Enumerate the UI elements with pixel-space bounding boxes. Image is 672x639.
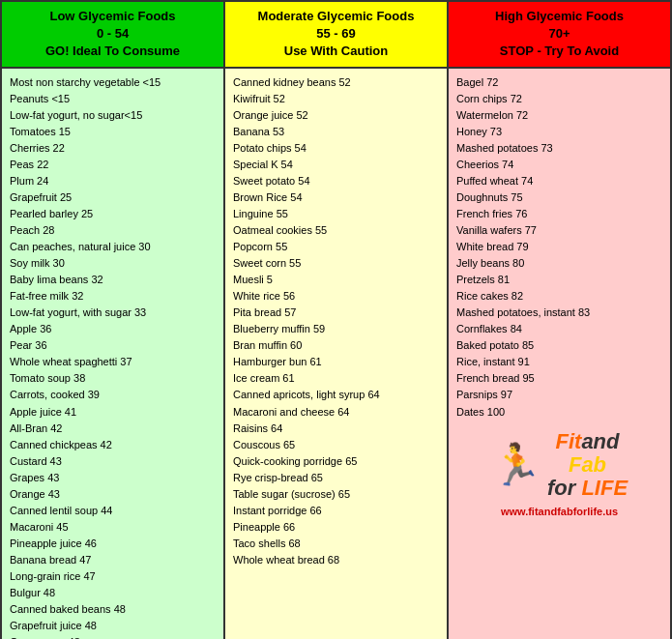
list-item: Special K 54	[233, 157, 439, 173]
list-item: Kiwifruit 52	[233, 91, 439, 107]
list-item: Pretzels 81	[456, 272, 662, 288]
list-item: Potato chips 54	[233, 140, 439, 157]
list-item: Instant porridge 66	[233, 503, 439, 519]
list-item: Baby lima beans 32	[10, 272, 216, 288]
list-item: Table sugar (sucrose) 65	[233, 486, 439, 503]
list-item: Most non starchy vegetable <15	[10, 74, 216, 91]
list-item: Custard 43	[10, 453, 216, 470]
list-item: Pearled barley 25	[10, 206, 216, 222]
list-item: Banana 53	[233, 124, 439, 140]
list-item: Can peaches, natural juice 30	[10, 239, 216, 255]
list-item: Cheerios 74	[456, 157, 662, 173]
list-item: Macaroni 45	[10, 519, 216, 536]
table-header: Low Glycemic Foods 0 - 54 GO! Ideal To C…	[2, 2, 670, 67]
high-subtitle: STOP - Try To Avoid	[500, 44, 619, 58]
list-item: Peanuts <15	[10, 91, 216, 107]
list-item: Corn chips 72	[456, 91, 662, 107]
list-item: Dates 100	[456, 404, 662, 421]
list-item: French fries 76	[456, 206, 662, 222]
glycemic-table: Low Glycemic Foods 0 - 54 GO! Ideal To C…	[0, 0, 672, 639]
website-url: www.fitandfabforlife.us	[501, 504, 618, 521]
list-item: Pineapple 66	[233, 519, 439, 536]
list-item: Parsnips 97	[456, 387, 662, 403]
high-header: High Glycemic Foods 70+ STOP - Try To Av…	[449, 2, 670, 67]
list-item: Plum 24	[10, 173, 216, 189]
list-item: Baked potato 85	[456, 337, 662, 354]
high-range: 70+	[548, 26, 570, 41]
moderate-title: Moderate Glycemic Foods	[258, 9, 415, 23]
list-item: Pineapple juice 46	[10, 536, 216, 552]
list-item: Oatmeal cookies 55	[233, 222, 439, 239]
list-item: White bread 79	[456, 239, 662, 255]
list-item: Banana bread 47	[10, 552, 216, 568]
low-title: Low Glycemic Foods	[49, 9, 175, 23]
list-item: Long-grain rice 47	[10, 568, 216, 585]
list-item: Vanilla wafers 77	[456, 222, 662, 239]
list-item: Grapefruit 25	[10, 189, 216, 206]
list-item: Tomato soup 38	[10, 370, 216, 387]
list-item: Apple 36	[10, 321, 216, 337]
list-item: Ice cream 61	[233, 370, 439, 387]
list-item: Canned apricots, light syrup 64	[233, 387, 439, 403]
list-item: Fat-free milk 32	[10, 288, 216, 305]
list-item: Whole wheat bread 68	[233, 552, 439, 568]
list-item: Popcorn 55	[233, 239, 439, 255]
list-item: Grapefruit juice 48	[10, 618, 216, 634]
list-item: All-Bran 42	[10, 421, 216, 437]
list-item: Honey 73	[456, 124, 662, 140]
list-item: Couscous 65	[233, 437, 439, 453]
low-range: 0 - 54	[97, 26, 129, 41]
list-item: Tomatoes 15	[10, 124, 216, 140]
list-item: Low-fat yogurt, with sugar 33	[10, 305, 216, 321]
list-item: Rye crisp-bread 65	[233, 470, 439, 486]
list-item: Bran muffin 60	[233, 337, 439, 354]
list-item: Blueberry muffin 59	[233, 321, 439, 337]
list-item: Sweet potato 54	[233, 173, 439, 189]
list-item: Hamburger bun 61	[233, 354, 439, 370]
low-foods-cell: Most non starchy vegetable <15Peanuts <1…	[2, 69, 225, 639]
list-item: Pita bread 57	[233, 305, 439, 321]
table-content: Most non starchy vegetable <15Peanuts <1…	[2, 67, 670, 639]
list-item: Peach 28	[10, 222, 216, 239]
list-item: Linguine 55	[233, 206, 439, 222]
moderate-foods-cell: Canned kidney beans 52Kiwifruit 52Orange…	[225, 69, 449, 639]
list-item: Orange 43	[10, 486, 216, 503]
list-item: Bagel 72	[456, 74, 662, 91]
logo-figure: 🏃	[491, 445, 541, 485]
list-item: Pear 36	[10, 337, 216, 354]
low-header: Low Glycemic Foods 0 - 54 GO! Ideal To C…	[2, 2, 225, 67]
list-item: White rice 56	[233, 288, 439, 305]
list-item: Cherries 22	[10, 140, 216, 157]
list-item: Brown Rice 54	[233, 189, 439, 206]
list-item: Mashed potatoes 73	[456, 140, 662, 157]
list-item: Canned baked beans 48	[10, 601, 216, 618]
list-item: Canned lentil soup 44	[10, 503, 216, 519]
list-item: Canned kidney beans 52	[233, 74, 439, 91]
high-foods-cell: Bagel 72Corn chips 72Watermelon 72Honey …	[449, 69, 670, 639]
list-item: Taco shells 68	[233, 536, 439, 552]
logo-text: Fitand Fab for LIFE	[547, 430, 628, 501]
list-item: French bread 95	[456, 370, 662, 387]
logo-area: 🏃 Fitand Fab for LIFE www.fitandfabforli…	[456, 421, 662, 531]
list-item: Green peas 48	[10, 634, 216, 639]
list-item: Sweet corn 55	[233, 255, 439, 272]
list-item: Grapes 43	[10, 470, 216, 486]
moderate-range: 55 - 69	[316, 26, 355, 41]
list-item: Doughnuts 75	[456, 189, 662, 206]
list-item: Jelly beans 80	[456, 255, 662, 272]
list-item: Rice, instant 91	[456, 354, 662, 370]
list-item: Bulgur 48	[10, 585, 216, 601]
list-item: Soy milk 30	[10, 255, 216, 272]
list-item: Peas 22	[10, 157, 216, 173]
moderate-header: Moderate Glycemic Foods 55 - 69 Use With…	[225, 2, 449, 67]
list-item: Quick-cooking porridge 65	[233, 453, 439, 470]
list-item: Whole wheat spaghetti 37	[10, 354, 216, 370]
list-item: Carrots, cooked 39	[10, 387, 216, 403]
list-item: Raisins 64	[233, 421, 439, 437]
list-item: Puffed wheat 74	[456, 173, 662, 189]
list-item: Macaroni and cheese 64	[233, 404, 439, 421]
list-item: Orange juice 52	[233, 107, 439, 124]
list-item: Rice cakes 82	[456, 288, 662, 305]
low-subtitle: GO! Ideal To Consume	[45, 44, 180, 58]
list-item: Cornflakes 84	[456, 321, 662, 337]
